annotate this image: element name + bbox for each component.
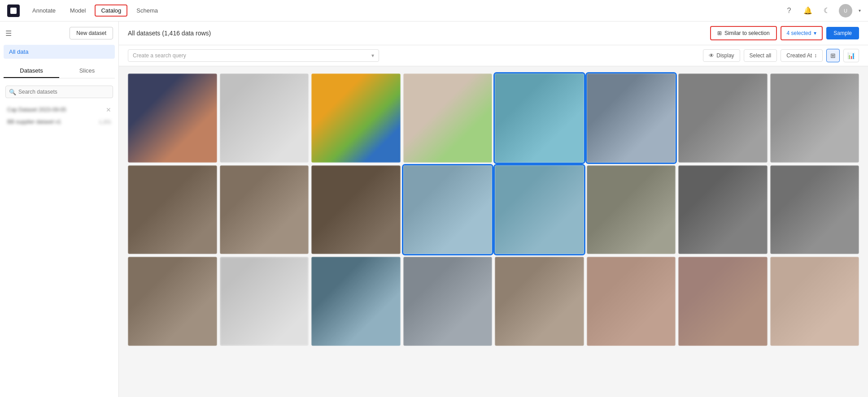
table-row[interactable]: [495, 165, 584, 255]
nav-annotate[interactable]: Annotate: [27, 5, 61, 16]
content-header: All datasets (1,416 data rows) ⊞ Similar…: [119, 22, 868, 45]
selected-dropdown-button[interactable]: 4 selected ▾: [781, 26, 823, 40]
display-button[interactable]: 👁 Display: [703, 49, 740, 62]
table-row[interactable]: [403, 257, 493, 346]
table-row[interactable]: [403, 73, 493, 163]
table-row[interactable]: [220, 73, 309, 163]
table-row[interactable]: [495, 73, 584, 163]
search-query-input[interactable]: Create a search query ▾: [128, 49, 379, 62]
similar-to-selection-button[interactable]: ⊞ Similar to selection: [710, 26, 777, 40]
created-at-label: Created At: [786, 52, 812, 59]
table-row[interactable]: [678, 165, 768, 255]
help-icon[interactable]: ?: [782, 4, 796, 17]
nav-catalog[interactable]: Catalog: [95, 4, 127, 17]
tab-datasets[interactable]: Datasets: [4, 64, 59, 78]
table-row[interactable]: [678, 73, 768, 163]
dataset-list: Cap Dataset 2023-09-05 ✕ BB supplier dat…: [0, 102, 118, 392]
table-row[interactable]: [220, 165, 309, 255]
main-content: All datasets (1,416 data rows) ⊞ Similar…: [119, 22, 868, 397]
table-row[interactable]: [128, 165, 217, 255]
sidebar-top: ☰ New dataset: [0, 27, 118, 43]
image-grid-wrap: [119, 66, 868, 397]
dataset-count: 1,201: [99, 119, 111, 125]
display-label: Display: [716, 52, 734, 59]
new-dataset-button[interactable]: New dataset: [70, 27, 113, 39]
topnav-actions: ? 🔔 ☾ U ▾: [782, 4, 861, 17]
similar-icon: ⊞: [717, 30, 722, 36]
sidebar-tabs: Datasets Slices: [4, 64, 115, 78]
dataset-search-wrap: 🔍: [0, 82, 118, 102]
eye-icon: 👁: [709, 52, 714, 59]
table-row[interactable]: [311, 165, 401, 255]
table-row[interactable]: [587, 257, 676, 346]
table-row[interactable]: [128, 257, 217, 346]
page-title: All datasets (1,416 data rows): [128, 30, 211, 37]
similar-to-selection-label: Similar to selection: [724, 30, 770, 36]
filter-bar: Create a search query ▾ 👁 Display Select…: [119, 45, 868, 66]
table-row[interactable]: [128, 73, 217, 163]
table-row[interactable]: [495, 257, 584, 346]
menu-icon[interactable]: ☰: [5, 29, 12, 38]
dropdown-arrow-icon: ▾: [371, 52, 374, 59]
table-row[interactable]: [220, 257, 309, 346]
created-at-button[interactable]: Created At ↕: [781, 49, 823, 62]
dataset-action-icon[interactable]: ✕: [106, 106, 111, 113]
header-actions: ⊞ Similar to selection 4 selected ▾ Samp…: [710, 26, 859, 40]
notifications-icon[interactable]: 🔔: [801, 4, 815, 17]
selected-count-label: 4 selected: [787, 30, 811, 36]
avatar-caret[interactable]: ▾: [859, 8, 861, 13]
tab-slices[interactable]: Slices: [59, 64, 115, 78]
list-item[interactable]: Cap Dataset 2023-09-05 ✕: [0, 104, 118, 116]
sort-icon: ↕: [814, 52, 817, 59]
table-row[interactable]: [587, 165, 676, 255]
search-datasets-input[interactable]: [5, 86, 113, 98]
avatar[interactable]: U: [839, 4, 852, 17]
table-row[interactable]: [587, 73, 676, 163]
table-row[interactable]: [311, 257, 401, 346]
table-row[interactable]: [770, 165, 859, 255]
grid-view-button[interactable]: ⊞: [826, 49, 840, 62]
list-item[interactable]: BB supplier dataset v1 1,201: [0, 116, 118, 128]
main-layout: ☰ New dataset All data Datasets Slices 🔍…: [0, 22, 868, 397]
chevron-down-icon: ▾: [814, 30, 816, 36]
table-row[interactable]: [678, 257, 768, 346]
all-data-item[interactable]: All data: [4, 45, 115, 59]
sidebar-all-data-section: All data: [0, 43, 118, 60]
table-row[interactable]: [403, 165, 493, 255]
settings-icon[interactable]: ☾: [820, 4, 833, 17]
sample-button[interactable]: Sample: [826, 27, 859, 39]
nav-model[interactable]: Model: [65, 5, 91, 16]
select-all-button[interactable]: Select all: [744, 49, 777, 62]
image-grid: [128, 73, 859, 346]
top-navigation: Annotate Model Catalog Schema ? 🔔 ☾ U ▾: [0, 0, 868, 22]
table-row[interactable]: [770, 73, 859, 163]
search-query-placeholder: Create a search query: [133, 52, 186, 59]
nav-schema[interactable]: Schema: [131, 5, 163, 16]
sidebar: ☰ New dataset All data Datasets Slices 🔍…: [0, 22, 119, 397]
dataset-name: Cap Dataset 2023-09-05: [7, 107, 104, 113]
chart-view-button[interactable]: 📊: [843, 49, 859, 62]
table-row[interactable]: [311, 73, 401, 163]
app-logo[interactable]: [7, 4, 20, 17]
table-row[interactable]: [770, 257, 859, 346]
dataset-name: BB supplier dataset v1: [7, 119, 95, 125]
search-icon: 🔍: [9, 89, 16, 95]
